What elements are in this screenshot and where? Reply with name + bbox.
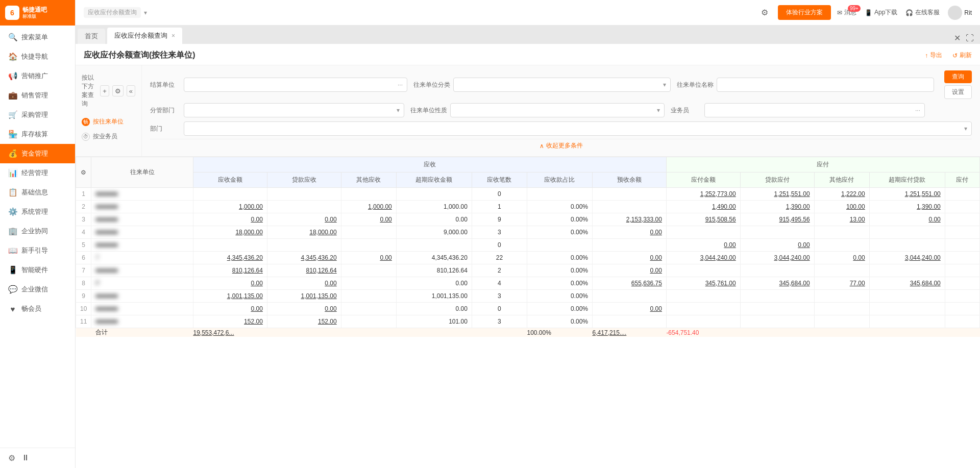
- scheme-sidebar: 按以下方案查询 + ⚙ « 畅 按往来单位 ⏱ 按业务员: [76, 65, 142, 156]
- partner-cell: ■■■■■■: [91, 315, 193, 328]
- salesman-label: 业务员: [671, 106, 701, 115]
- department-input[interactable]: ▾: [184, 121, 972, 136]
- settings-col-header: ⚙: [76, 157, 91, 188]
- ar-loan-header: 贷款应收: [267, 173, 341, 188]
- sidebar-item-finance[interactable]: 💰 资金管理: [0, 144, 75, 163]
- table-row: 5■■■■■■00.000.00: [76, 239, 980, 252]
- scheme-by-staff[interactable]: ⏱ 按业务员: [76, 129, 141, 144]
- sidebar-item-nav[interactable]: 🏠 快捷导航: [0, 47, 75, 66]
- table-settings-icon[interactable]: ⚙: [81, 169, 86, 176]
- total-ap-amount: -654,751.40: [666, 328, 740, 337]
- refresh-icon: ↺: [952, 52, 958, 59]
- table-row: 10■■■■■■0.000.000.0000.00%0.00: [76, 303, 980, 315]
- sidebar-item-sales[interactable]: 💼 销售管理: [0, 86, 75, 105]
- filter-label: 按以下方案查询: [82, 73, 97, 108]
- tab-close-icon[interactable]: ×: [172, 32, 175, 39]
- refresh-button[interactable]: ↺ 刷新: [952, 51, 972, 60]
- scheme-by-unit[interactable]: 畅 按往来单位: [76, 114, 141, 129]
- partner-cell: ■■■■■■: [91, 303, 193, 315]
- unit-category-input[interactable]: ▾: [453, 78, 671, 92]
- sidebar-item-corp[interactable]: 🏢 企业协同: [0, 221, 75, 241]
- partner-cell: ■■■■■■: [91, 188, 193, 201]
- row-num: 8: [76, 277, 91, 290]
- sidebar-item-operation[interactable]: 📊 经营管理: [0, 163, 75, 183]
- table-row: 2■■■■■■1,000.001,000.001,000.0010.00%1,4…: [76, 201, 980, 213]
- scheme-inactive-icon: ⏱: [82, 133, 90, 141]
- settings-bottom-icon[interactable]: ⚙: [8, 453, 15, 463]
- filter-fields: 结算单位 ··· 往来单位分类 ▾ 往来单位名称: [142, 65, 980, 156]
- sidebar-item-basic[interactable]: 📋 基础信息: [0, 183, 75, 202]
- total-label: 合计: [91, 328, 193, 337]
- user-area[interactable]: Rit: [948, 6, 972, 20]
- scheme-collapse-icon[interactable]: «: [127, 85, 135, 96]
- home-icon: 🏠: [8, 52, 17, 61]
- breadcrumb-text: 应收应付余额查询: [84, 7, 141, 18]
- row-num: 6: [76, 252, 91, 264]
- export-button[interactable]: ↑ 导出: [925, 51, 942, 60]
- sidebar-item-search[interactable]: 🔍 搜索菜单: [0, 28, 75, 47]
- partner-cell: ■■■■■■: [91, 239, 193, 252]
- ap-loan-header: 贷款应付: [740, 173, 814, 188]
- promo-button[interactable]: 体验行业方案: [778, 5, 831, 20]
- topbar-settings-icon[interactable]: ⚙: [757, 6, 772, 20]
- table-row: 8P0.000.000.0040.00%655,636.75345,761.00…: [76, 277, 980, 290]
- dept-input[interactable]: ▾: [184, 103, 404, 117]
- sidebar-item-purchase[interactable]: 🛒 采购管理: [0, 105, 75, 125]
- total-row: 合计 19,553,472,6... 100.00% 6,417,215....…: [76, 328, 980, 337]
- breadcrumb-chevron-icon: ▾: [144, 9, 147, 16]
- settings-button[interactable]: 设置: [944, 85, 972, 99]
- sidebar: 6 畅捷通吧 标准版 🔍 搜索菜单 🏠 快捷导航 📢 营销推广 💼 销售管理 🛒…: [0, 0, 76, 468]
- total-ap-overdue: [869, 328, 945, 337]
- sidebar-item-inventory[interactable]: 🏪 库存核算: [0, 125, 75, 144]
- row-num: 11: [76, 315, 91, 328]
- tab-ar-ap[interactable]: 应收应付余额查询 ×: [107, 28, 182, 44]
- row-num: 10: [76, 303, 91, 315]
- message-badge: 99+: [848, 5, 861, 12]
- user-avatar: [948, 6, 962, 20]
- search-icon: 🔍: [8, 33, 17, 42]
- collapse-button[interactable]: ∧ 收起更多条件: [150, 139, 972, 151]
- row-num: 5: [76, 239, 91, 252]
- sales-icon: 💼: [8, 91, 17, 100]
- unit-name-label: 往来单位名称: [677, 81, 714, 89]
- sidebar-item-vip[interactable]: ♥ 畅会员: [0, 299, 75, 318]
- row-num: 2: [76, 201, 91, 213]
- sidebar-item-hardware[interactable]: 📱 智能硬件: [0, 260, 75, 280]
- marketing-icon: 📢: [8, 71, 17, 81]
- unit-name-input[interactable]: [717, 78, 934, 92]
- tab-home[interactable]: 首页: [78, 29, 105, 44]
- topbar-actions: ✉ 消息 99+ 📱 App下载 🎧 在线客服 Rit: [837, 6, 972, 20]
- content-header: 应收应付余额查询(按往来单位) ↑ 导出 ↺ 刷新: [76, 44, 980, 65]
- filter-scheme-area: 按以下方案查询 + ⚙ « 畅 按往来单位 ⏱ 按业务员: [76, 65, 980, 157]
- table-row: 4■■■■■■18,000.0018,000.009,000.0030.00%0…: [76, 226, 980, 239]
- user-name: Rit: [964, 9, 972, 16]
- tab-maximize-icon[interactable]: ⛶: [966, 34, 974, 43]
- ar-group-header: 应收: [193, 157, 666, 173]
- ar-ratio-header: 应收款占比: [527, 173, 592, 188]
- system-icon: ⚙️: [8, 207, 17, 216]
- sidebar-item-guide[interactable]: 📖 新手引导: [0, 241, 75, 260]
- settle-unit-input[interactable]: ···: [184, 78, 407, 92]
- data-table: ⚙ 往来单位 应收 应付 应收金额 贷款应收 其他应收 超期应收金额 应收笔数 …: [76, 157, 980, 337]
- scheme-settings-icon[interactable]: ⚙: [112, 85, 124, 96]
- unit-nature-input[interactable]: ▾: [450, 103, 665, 117]
- sidebar-item-wechat[interactable]: 💬 企业微信: [0, 280, 75, 299]
- online-service-action[interactable]: 🎧 在线客服: [905, 8, 940, 17]
- tab-close-window-icon[interactable]: ✕: [954, 33, 961, 43]
- query-button[interactable]: 查询: [944, 70, 972, 83]
- collapse-up-icon: ∧: [540, 142, 544, 150]
- header-actions: ↑ 导出 ↺ 刷新: [925, 51, 972, 60]
- topbar: 应收应付余额查询 ▾ ⚙ 体验行业方案 ✉ 消息 99+ 📱 App下载 🎧 在…: [76, 0, 980, 26]
- salesman-input[interactable]: ···: [704, 103, 925, 117]
- messages-action[interactable]: ✉ 消息 99+: [837, 8, 856, 17]
- add-scheme-icon[interactable]: +: [100, 85, 109, 96]
- sidebar-item-marketing[interactable]: 📢 营销推广: [0, 66, 75, 86]
- data-table-wrap: ⚙ 往来单位 应收 应付 应收金额 贷款应收 其他应收 超期应收金额 应收笔数 …: [76, 157, 980, 468]
- app-download-action[interactable]: 📱 App下载: [865, 8, 897, 17]
- total-settings: [76, 328, 91, 337]
- collapse-icon[interactable]: ⏸: [21, 453, 30, 463]
- export-icon: ↑: [925, 52, 928, 59]
- sidebar-item-system[interactable]: ⚙️ 系统管理: [0, 202, 75, 221]
- finance-icon: 💰: [8, 149, 17, 158]
- row-num: 1: [76, 188, 91, 201]
